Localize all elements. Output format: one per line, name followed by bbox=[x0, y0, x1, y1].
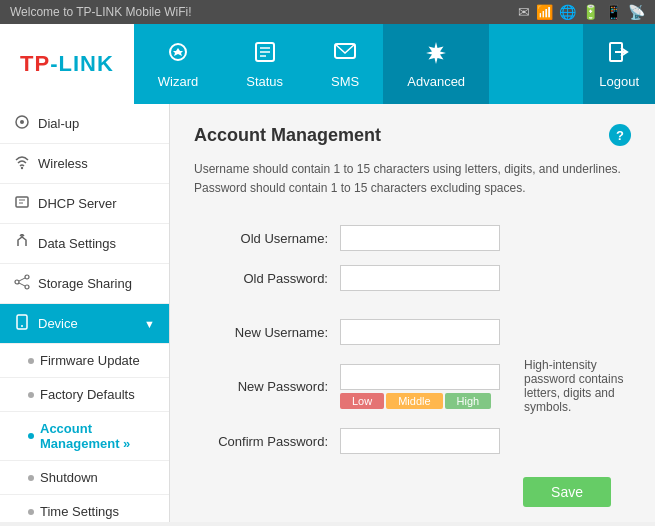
logout-button[interactable]: Logout bbox=[583, 24, 655, 104]
time-settings-label: Time Settings bbox=[40, 504, 119, 519]
sms-label: SMS bbox=[331, 74, 359, 89]
shutdown-dot bbox=[28, 475, 34, 481]
sidebar-item-data-settings-label: Data Settings bbox=[38, 236, 116, 251]
help-button[interactable]: ? bbox=[609, 124, 631, 146]
sms-icon bbox=[333, 40, 357, 70]
battery-icon: 🔋 bbox=[582, 4, 599, 20]
sidebar-item-wireless[interactable]: Wireless bbox=[0, 144, 169, 184]
sidebar-sub-item-firmware-update[interactable]: Firmware Update bbox=[0, 344, 169, 378]
strength-high: High bbox=[445, 393, 492, 409]
storage-sharing-icon bbox=[14, 274, 30, 293]
device-chevron-icon: ▼ bbox=[144, 318, 155, 330]
new-password-input[interactable] bbox=[340, 364, 500, 390]
main-layout: Dial-up Wireless DHCP Server Data Settin… bbox=[0, 104, 655, 522]
new-password-row: New Password: Low Middle High High-inten… bbox=[194, 352, 631, 421]
firmware-dot bbox=[28, 358, 34, 364]
wizard-icon bbox=[166, 40, 190, 70]
new-username-input[interactable] bbox=[340, 319, 500, 345]
top-bar-icons: ✉ 📶 🌐 🔋 📱 📡 bbox=[518, 4, 645, 20]
sidebar-sub-item-account-management[interactable]: Account Management » bbox=[0, 412, 169, 461]
save-button[interactable]: Save bbox=[523, 477, 611, 507]
account-form: Old Username: Old Password: New Username… bbox=[194, 218, 631, 461]
logout-icon bbox=[607, 40, 631, 70]
nav-item-advanced[interactable]: Advanced bbox=[383, 24, 489, 104]
sidebar-item-storage-sharing[interactable]: Storage Sharing bbox=[0, 264, 169, 304]
old-password-row: Old Password: bbox=[194, 258, 631, 298]
factory-dot bbox=[28, 392, 34, 398]
confirm-password-label: Confirm Password: bbox=[194, 421, 334, 461]
old-username-row: Old Username: bbox=[194, 218, 631, 258]
nav-logo: TP-LINK bbox=[0, 24, 134, 104]
svg-line-19 bbox=[19, 283, 25, 286]
new-username-row: New Username: bbox=[194, 312, 631, 352]
sidebar-item-dialup[interactable]: Dial-up bbox=[0, 104, 169, 144]
sidebar-item-wireless-label: Wireless bbox=[38, 156, 88, 171]
strength-low: Low bbox=[340, 393, 384, 409]
svg-point-9 bbox=[20, 120, 24, 124]
shutdown-label: Shutdown bbox=[40, 470, 98, 485]
password-strength-bars: Low Middle High bbox=[340, 393, 500, 409]
sidebar-sub-item-shutdown[interactable]: Shutdown bbox=[0, 461, 169, 495]
logout-label: Logout bbox=[599, 74, 639, 89]
dialup-icon bbox=[14, 114, 30, 133]
top-bar: Welcome to TP-LINK Mobile WiFi! ✉ 📶 🌐 🔋 … bbox=[0, 0, 655, 24]
svg-rect-11 bbox=[16, 197, 28, 207]
sidebar-item-device-label: Device bbox=[38, 316, 78, 331]
password-hint: High-intensity password contains letters… bbox=[516, 358, 625, 414]
old-username-input[interactable] bbox=[340, 225, 500, 251]
svg-line-18 bbox=[19, 278, 25, 281]
advanced-icon bbox=[424, 40, 448, 70]
factory-defaults-label: Factory Defaults bbox=[40, 387, 135, 402]
sidebar-sub-item-factory-defaults[interactable]: Factory Defaults bbox=[0, 378, 169, 412]
sidebar-sub-item-time-settings[interactable]: Time Settings bbox=[0, 495, 169, 522]
save-button-row: Save bbox=[194, 477, 631, 507]
old-password-input[interactable] bbox=[340, 265, 500, 291]
logo-text: TP-LINK bbox=[20, 51, 114, 77]
sidebar-item-dhcp[interactable]: DHCP Server bbox=[0, 184, 169, 224]
wireless-icon bbox=[14, 154, 30, 173]
svg-point-17 bbox=[25, 285, 29, 289]
old-username-cell bbox=[334, 218, 506, 258]
time-dot bbox=[28, 509, 34, 515]
status-label: Status bbox=[246, 74, 283, 89]
sidebar: Dial-up Wireless DHCP Server Data Settin… bbox=[0, 104, 170, 522]
device-icon bbox=[14, 314, 30, 333]
globe-icon: 🌐 bbox=[559, 4, 576, 20]
old-username-label: Old Username: bbox=[194, 218, 334, 258]
content-description: Username should contain 1 to 15 characte… bbox=[194, 160, 631, 198]
sim-icon: 📱 bbox=[605, 4, 622, 20]
content-area: Account Management ? Username should con… bbox=[170, 104, 655, 522]
sidebar-item-dialup-label: Dial-up bbox=[38, 116, 79, 131]
svg-point-10 bbox=[21, 167, 23, 169]
confirm-password-row: Confirm Password: bbox=[194, 421, 631, 461]
advanced-label: Advanced bbox=[407, 74, 465, 89]
nav-item-sms[interactable]: SMS bbox=[307, 24, 383, 104]
nav-item-wizard[interactable]: Wizard bbox=[134, 24, 222, 104]
confirm-password-input[interactable] bbox=[340, 428, 500, 454]
sidebar-item-device[interactable]: Device ▼ bbox=[0, 304, 169, 344]
welcome-text: Welcome to TP-LINK Mobile WiFi! bbox=[10, 5, 192, 19]
content-header: Account Management ? bbox=[194, 124, 631, 146]
svg-point-15 bbox=[25, 275, 29, 279]
envelope-icon: ✉ bbox=[518, 4, 530, 20]
svg-point-16 bbox=[15, 280, 19, 284]
new-password-cell: Low Middle High bbox=[334, 352, 506, 421]
new-username-cell bbox=[334, 312, 506, 352]
old-password-cell bbox=[334, 258, 506, 298]
desc-line2: Password should contain 1 to 15 characte… bbox=[194, 181, 526, 195]
wizard-label: Wizard bbox=[158, 74, 198, 89]
nav-items: Wizard Status SMS Advanced bbox=[134, 24, 583, 104]
dhcp-icon bbox=[14, 194, 30, 213]
sidebar-item-storage-sharing-label: Storage Sharing bbox=[38, 276, 132, 291]
svg-point-21 bbox=[21, 325, 23, 327]
firmware-update-label: Firmware Update bbox=[40, 353, 140, 368]
confirm-password-cell bbox=[334, 421, 506, 461]
new-username-label: New Username: bbox=[194, 312, 334, 352]
old-password-label: Old Password: bbox=[194, 258, 334, 298]
sidebar-item-data-settings[interactable]: Data Settings bbox=[0, 224, 169, 264]
nav-item-status[interactable]: Status bbox=[222, 24, 307, 104]
account-management-label: Account Management » bbox=[40, 421, 155, 451]
strength-middle: Middle bbox=[386, 393, 442, 409]
signal-icon: 📶 bbox=[536, 4, 553, 20]
data-settings-icon bbox=[14, 234, 30, 253]
